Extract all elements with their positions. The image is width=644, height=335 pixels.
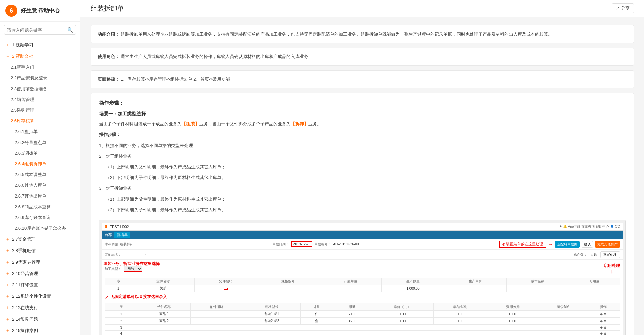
sidebar-item-faq[interactable]: ＋ 2.14常见问题 — [0, 314, 80, 325]
nav-section: ＋ 1.视频学习 － 2.帮助文档 2.1新手入门 2.2产品安装及登录 2.3… — [0, 38, 80, 335]
col-cost: 成本金额 — [506, 278, 569, 285]
sidebar-item-transfer[interactable]: 2.6.3调拨单 — [0, 148, 80, 159]
sub-cell-price2: 0.00 — [371, 318, 434, 325]
mock-nav-row: 自荐 新增单 — [102, 231, 623, 239]
mock-process-label: 加工类型： — [105, 267, 121, 271]
mock-btn-other-ops[interactable]: 完成其他操作 — [595, 241, 620, 248]
func-label: 功能介绍： — [98, 32, 119, 37]
ops-steps-label: 操作步骤： — [99, 130, 626, 139]
sidebar-item-print[interactable]: ＋ 2.11打印设置 — [0, 279, 80, 291]
sidebar-item-install[interactable]: 2.2产品安装及登录 — [0, 73, 80, 83]
sidebar-item-manage[interactable]: ＋ 2.10经营管理 — [0, 268, 80, 279]
sidebar-item-sales[interactable]: 2.4销售管理 — [0, 94, 80, 105]
steps-block: 操作步骤： 场景一：加工类型选择 当由多个子件材料组装成一个成品的业务为【组装】… — [91, 93, 634, 335]
ops-title: 操作步骤： — [99, 100, 626, 106]
mock-tab-self: 自荐 — [105, 232, 112, 237]
sub-cell-sub2: 0.00 — [434, 318, 486, 325]
path-label: 页面路径： — [98, 77, 119, 82]
mock-btn-select-bom[interactable]: 选配料单据据 — [555, 241, 580, 248]
sub-cell-mv1 — [539, 311, 587, 318]
top-bar: 组装拆卸单 ↗ 分享 — [80, 0, 644, 17]
expand-icon: ＋ — [5, 293, 10, 299]
col-parent-name: 父件名称 — [132, 278, 194, 285]
sidebar-item-stocktake[interactable]: 2.6.1盘点单 — [0, 126, 80, 137]
step1: 1、根据不同的业务，选择不同单据的类型来处理 — [99, 141, 626, 150]
expand-icon: ＋ — [5, 236, 10, 242]
sidebar-item-payment[interactable]: ＋ 2.13在线支付 — [0, 302, 80, 314]
mock-bom-val — [125, 254, 146, 255]
sub-cell-2: 2 — [105, 318, 138, 325]
sidebar-item-finance[interactable]: ＋ 2.7资金管理 — [0, 234, 80, 245]
sub-cell-ops1: ⊕ ⊖ — [587, 311, 620, 318]
sidebar-item-partial-stocktake[interactable]: 2.6.2分量盘点单 — [0, 137, 80, 148]
annotation2-container: 组装业务、拆卸业务在这里选择 — [103, 261, 160, 267]
sidebar-item-assembly[interactable]: 2.6.4组装拆卸单 — [0, 159, 80, 169]
mock-sys-id: TEST-H002 — [110, 225, 129, 229]
sidebar-item-other-out[interactable]: 2.6.7其他出库单 — [0, 191, 80, 202]
content-area: 功能介绍： 组装拆卸单用来处理企业组装或拆卸等加工业务，支持有固定装配清单的产品… — [80, 17, 644, 335]
sidebar-item-cases[interactable]: ＋ 2.15操作案例 — [0, 325, 80, 335]
sub-cell-mv2 — [539, 318, 587, 325]
sub-cell-empty3 — [138, 325, 587, 331]
sub-col-unit: 计量 — [300, 303, 333, 311]
mock-tab-new: 新增单 — [114, 232, 130, 238]
step3: 3、对于拆卸业务 — [99, 184, 626, 193]
mock-qty-val: 人数 — [590, 252, 597, 257]
collapse-icon: － — [5, 53, 10, 59]
sub-cell-1: 1 — [105, 311, 138, 318]
sub-cell-3: 3 — [105, 325, 138, 331]
sidebar-item-cost-recalc[interactable]: 2.6.8商品成本重算 — [0, 202, 80, 212]
sub-table-row-1: 1 商品 1 包装1-标1 件 50.00 0.00 0.00 0.00 — [105, 311, 620, 318]
sidebar-item-other-in[interactable]: 2.6.6其他入库单 — [0, 180, 80, 191]
annotation2: 组装业务、拆卸业务在这里选择 — [103, 261, 160, 266]
annotation3: 启用处理 — [604, 263, 620, 269]
sidebar-item-video[interactable]: ＋ 1.视频学习 — [0, 39, 80, 51]
sidebar-item-beginner[interactable]: 2.1新手入门 — [0, 62, 80, 73]
sub-cell-qty1: 50.00 — [333, 311, 371, 318]
sidebar-item-docs[interactable]: － 2.帮助文档 — [0, 51, 80, 62]
search-input[interactable] — [7, 27, 67, 33]
search-box[interactable]: 🔍 — [4, 25, 76, 35]
cell-spec — [257, 285, 319, 292]
sub-cell-ops2: ⊕ ⊖ — [587, 318, 620, 325]
arrow-right-icon: → — [548, 242, 553, 247]
sub-cell-empty4 — [138, 331, 587, 335]
table-row: 1 关系 1,000.00 — [105, 285, 620, 292]
mock-order-label: 单据编号： — [314, 242, 331, 247]
mock-btn-start[interactable]: 立案处理 — [600, 251, 620, 258]
mock-order-val: AD-20191226-001 — [333, 242, 361, 246]
app-title: 好生意 帮助中心 — [21, 7, 60, 14]
mock-btn-confirm[interactable]: 确认 — [582, 241, 593, 248]
sub-col-seq: 序 — [105, 303, 138, 311]
sub-table-row-4: 4 ⊕ ⊖ — [105, 331, 620, 335]
sidebar-item-inventory[interactable]: 2.6库存核算 — [0, 116, 80, 126]
mock-process-select[interactable]: 组装 拆卸 — [124, 266, 142, 272]
cell-avail — [569, 285, 620, 292]
share-button[interactable]: ↗ 分享 — [612, 3, 634, 13]
sidebar-item-inv-error[interactable]: 2.6.10库存账本错了怎么办 — [0, 223, 80, 234]
mock-sub-table-container: 序 子件名称 配件编码 规格型号 计量 用量 单价（元） 单品金额 费用分摊 — [102, 302, 623, 335]
cell-prod-cost — [506, 285, 569, 292]
sub-cell-name2: 商品 2 — [138, 318, 190, 325]
sidebar-item-mobile[interactable]: ＋ 2.8手机旺铺 — [0, 245, 80, 257]
sidebar-item-purchase[interactable]: 2.5采购管理 — [0, 105, 80, 116]
sidebar-item-dataprep[interactable]: 2.3使用前数据准备 — [0, 83, 80, 94]
sidebar-item-coupon[interactable]: ＋ 2.9优惠券管理 — [0, 257, 80, 268]
sidebar-item-inv-ledger[interactable]: 2.6.9库存账本查询 — [0, 212, 80, 223]
expand-icon: ＋ — [5, 305, 10, 311]
sidebar-item-cost-adjust[interactable]: 2.6.5成本调整单 — [0, 169, 80, 180]
red-box-code — [224, 288, 228, 290]
sub-cell-alloc2: 0.00 — [486, 318, 539, 325]
sidebar-item-system[interactable]: ＋ 2.12系统个性化设置 — [0, 291, 80, 302]
sidebar-item-label: 1.视频学习 — [12, 42, 33, 48]
col-qty: 生产数量 — [382, 278, 444, 285]
annotation3-container: 启用处理 ↓ — [604, 263, 620, 275]
expand-icon: ＋ — [5, 328, 10, 334]
page-title: 组装拆卸单 — [91, 4, 124, 13]
step3-2: （2）下部明细为子件明细，最终作为产成品生成其它入库单。 — [99, 206, 626, 214]
mock-date-val: 2019-12-26 — [291, 241, 312, 247]
role-label: 使用角色： — [98, 54, 119, 59]
sidebar-item-inventory-label: 2.6库存核算 — [11, 118, 34, 123]
sub-cell-ops3: ⊕ ⊖ — [587, 325, 620, 331]
search-icon[interactable]: 🔍 — [67, 27, 73, 33]
